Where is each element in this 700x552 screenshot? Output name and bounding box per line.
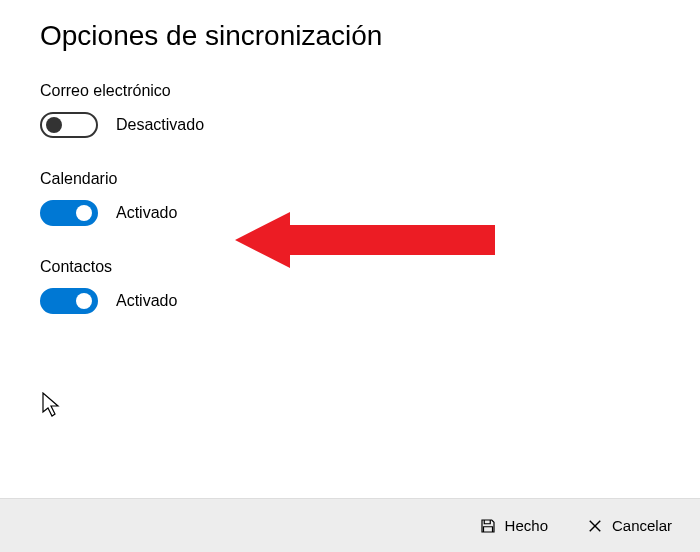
toggle-knob [76,293,92,309]
cursor-icon [42,392,62,418]
section-contacts: Contactos Activado [40,258,660,314]
email-toggle-state: Desactivado [116,116,204,134]
cancel-button-label: Cancelar [612,517,672,534]
bottom-bar: Hecho Cancelar [0,498,700,552]
page-title: Opciones de sincronización [40,20,660,52]
calendar-label: Calendario [40,170,660,188]
contacts-toggle[interactable] [40,288,98,314]
toggle-knob [46,117,62,133]
section-calendar: Calendario Activado [40,170,660,226]
email-label: Correo electrónico [40,82,660,100]
calendar-toggle[interactable] [40,200,98,226]
done-button[interactable]: Hecho [469,511,558,541]
done-button-label: Hecho [505,517,548,534]
contacts-label: Contactos [40,258,660,276]
section-email: Correo electrónico Desactivado [40,82,660,138]
close-icon [586,517,604,535]
save-icon [479,517,497,535]
toggle-knob [76,205,92,221]
cancel-button[interactable]: Cancelar [576,511,682,541]
email-toggle[interactable] [40,112,98,138]
calendar-toggle-state: Activado [116,204,177,222]
contacts-toggle-state: Activado [116,292,177,310]
